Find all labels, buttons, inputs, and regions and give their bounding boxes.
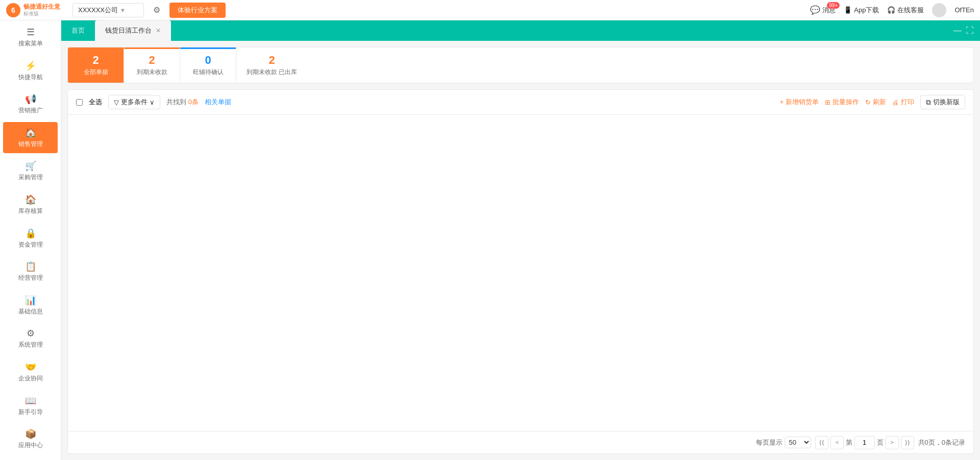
basic-info-icon: 📊	[25, 295, 36, 306]
tab-minimize-button[interactable]: —	[953, 26, 962, 35]
sidebar-label-purchase: 采购管理	[18, 174, 43, 182]
switch-icon: ⧉	[926, 98, 931, 107]
settings-button[interactable]: ⚙	[149, 3, 164, 18]
company-selector[interactable]: XXXXXX公司 ▼	[72, 3, 144, 17]
experience-btn[interactable]: 体验行业方案	[169, 3, 226, 18]
sidebar-label-search-menu: 搜索菜单	[18, 40, 43, 48]
sidebar-item-enterprise[interactable]: 🤝 企业协同	[3, 356, 58, 388]
tab-maximize-button[interactable]: ⛶	[966, 26, 974, 35]
sidebar-item-search-menu[interactable]: ☰ 搜索菜单	[3, 21, 58, 53]
stats-tabs: 2 全部单据 2 到期未收款 0 旺辅待确认 2 到期未收款 已出库	[67, 47, 974, 83]
found-count: 0条	[188, 98, 199, 106]
sidebar-label-app-center: 应用中心	[18, 442, 43, 450]
filter-button[interactable]: ▽ 更多条件 ∨	[108, 95, 160, 109]
online-service-label: 在线客服	[897, 6, 924, 15]
sidebar-label-enterprise: 企业协同	[18, 375, 43, 383]
tab-bar-actions: — ⛶	[953, 26, 980, 35]
online-service-button[interactable]: 🎧 在线客服	[887, 6, 924, 15]
page-label-end: 页	[877, 438, 884, 447]
message-badge: 99+	[827, 2, 840, 9]
first-page-button[interactable]: ⟨⟨	[815, 436, 828, 449]
found-text: 共找到 0条	[166, 98, 199, 107]
page-content: 2 全部单据 2 到期未收款 0 旺辅待确认 2 到期未收款 已出库	[61, 41, 980, 460]
next-page-button[interactable]: ＞	[886, 436, 899, 449]
sidebar-item-sales[interactable]: 🏠 销售管理	[3, 122, 58, 154]
last-page-button[interactable]: ⟩⟩	[901, 436, 914, 449]
batch-operation-button[interactable]: ⊞ 批量操作	[825, 98, 859, 107]
sidebar-label-system: 系统管理	[18, 341, 43, 349]
found-prefix: 共找到	[166, 98, 186, 106]
related-link[interactable]: 相关单据	[205, 98, 231, 107]
capital-icon: 🔒	[25, 228, 36, 239]
sales-icon: 🏠	[25, 127, 36, 138]
refresh-button[interactable]: ↻ 刷新	[865, 98, 886, 107]
tab-home-label: 首页	[71, 26, 85, 35]
pending-top-border	[180, 47, 236, 49]
tab-work[interactable]: 钱货日清工作台 ✕	[95, 20, 171, 41]
sidebar-label-guide: 新手引导	[18, 408, 43, 417]
stat-tab-shipped[interactable]: 2 到期未收款 已出库	[236, 47, 307, 83]
stat-tab-pending[interactable]: 0 旺辅待确认	[180, 47, 236, 83]
content-area: 首页 钱货日清工作台 ✕ — ⛶ 2 全部单据 2	[61, 20, 980, 460]
sidebar-label-basic-info: 基础信息	[18, 308, 43, 316]
top-header: 6 畅捷通好生意 标准版 XXXXXX公司 ▼ ⚙ 体验行业方案 💬 消息 99…	[0, 0, 980, 20]
sidebar-item-quick-nav[interactable]: ⚡ 快捷导航	[3, 55, 58, 87]
enterprise-icon: 🤝	[25, 361, 36, 373]
main-layout: ☰ 搜索菜单 ⚡ 快捷导航 📢 营销推广 🏠 销售管理 🛒 采购管理 🏠 库存核…	[0, 20, 980, 460]
stat-tab-overdue[interactable]: 2 到期未收款	[124, 47, 180, 83]
tab-home[interactable]: 首页	[61, 20, 95, 41]
tab-close-icon[interactable]: ✕	[156, 27, 161, 34]
stat-tab-all[interactable]: 2 全部单据	[68, 47, 124, 83]
sidebar-item-operation[interactable]: 📋 经营管理	[3, 256, 58, 287]
toolbar: 全选 ▽ 更多条件 ∨ 共找到 0条 相关单据 + 新增销货单 ⊞	[67, 89, 974, 115]
switch-label: 切换新版	[933, 98, 960, 107]
page-size-label: 每页显示	[756, 438, 782, 447]
app-center-icon: 📦	[25, 428, 36, 440]
prev-page-button[interactable]: ＜	[830, 436, 844, 449]
page-label: 第	[846, 438, 852, 447]
purchase-icon: 🛒	[25, 160, 36, 172]
sidebar-item-system[interactable]: ⚙ 系统管理	[3, 323, 58, 354]
user-avatar[interactable]	[932, 3, 946, 17]
inventory-icon: 🏠	[25, 194, 36, 205]
sidebar-item-wechat[interactable]: 💬 企业微信	[3, 457, 58, 460]
stat-label-all: 全部单据	[78, 68, 113, 77]
page-size-select[interactable]: 50 100 200	[785, 437, 811, 448]
filter-label: 更多条件	[121, 98, 148, 107]
print-label: 打印	[901, 98, 914, 107]
sidebar-item-capital[interactable]: 🔒 资金管理	[3, 223, 58, 254]
batch-icon: ⊞	[825, 99, 830, 106]
print-button[interactable]: 🖨 打印	[892, 98, 914, 107]
sidebar-item-app-center[interactable]: 📦 应用中心	[3, 423, 58, 455]
table-area	[67, 115, 974, 431]
select-all-checkbox[interactable]	[76, 99, 83, 106]
toolbar-right: + 新增销货单 ⊞ 批量操作 ↻ 刷新 🖨 打印 ⧉	[780, 95, 965, 109]
system-icon: ⚙	[27, 328, 35, 339]
header-right: 💬 消息 99+ 📱 App下载 🎧 在线客服 OfTEn	[810, 3, 974, 17]
user-name[interactable]: OfTEn	[954, 6, 974, 14]
message-button[interactable]: 💬 消息 99+	[810, 5, 836, 15]
guide-icon: 📖	[25, 395, 36, 406]
app-download-label: App下载	[854, 6, 879, 15]
page-number-input[interactable]: 1	[854, 436, 875, 449]
app-download-button[interactable]: 📱 App下载	[844, 6, 879, 15]
logo-area: 6 畅捷通好生意 标准版	[6, 3, 67, 17]
sidebar-item-basic-info[interactable]: 📊 基础信息	[3, 289, 58, 321]
batch-label: 批量操作	[832, 98, 859, 107]
pagination-bar: 每页显示 50 100 200 ⟨⟨ ＜ 第 1 页 ＞ ⟩⟩ 共0页，0	[67, 431, 974, 454]
logo-icon: 6	[6, 3, 20, 17]
filter-icon: ▽	[114, 99, 119, 106]
message-icon: 💬	[810, 5, 820, 15]
sidebar-item-inventory[interactable]: 🏠 库存核算	[3, 189, 58, 221]
total-info: 共0页，0条记录	[918, 438, 965, 447]
sidebar-label-sales: 销售管理	[18, 140, 43, 149]
sidebar-label-capital: 资金管理	[18, 241, 43, 249]
sidebar-item-marketing[interactable]: 📢 营销推广	[3, 88, 58, 120]
logo-title: 畅捷通好生意	[23, 3, 60, 10]
logo-subtitle: 标准版	[23, 11, 60, 17]
stat-num-overdue: 2	[134, 54, 169, 67]
switch-version-button[interactable]: ⧉ 切换新版	[920, 95, 965, 109]
add-sales-order-button[interactable]: + 新增销货单	[780, 98, 819, 107]
sidebar-item-purchase[interactable]: 🛒 采购管理	[3, 155, 58, 187]
sidebar-item-guide[interactable]: 📖 新手引导	[3, 390, 58, 422]
